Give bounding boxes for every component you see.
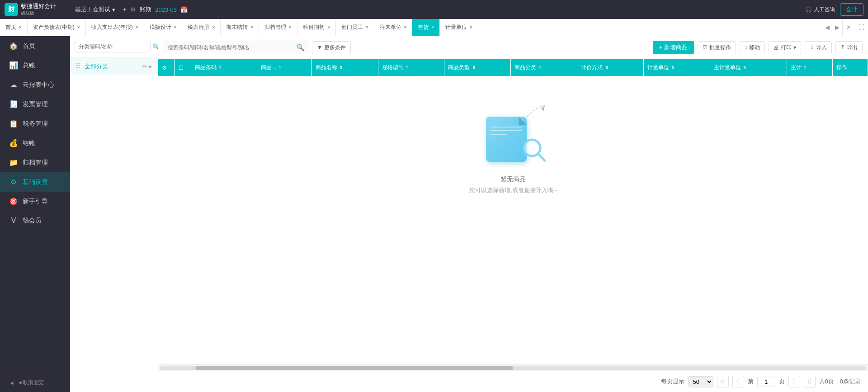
sidebar-label-首页: 首页	[23, 42, 35, 50]
last-page-btn[interactable]: ⟩⟩	[804, 376, 816, 387]
main-layout: 🏠 首页📊 总账☁ 云报表中心🧾 发票管理📋 税务管理💰 结账📁 归档管理⚙ 基…	[0, 36, 868, 392]
per-page-label: 每页显示	[661, 378, 684, 386]
first-page-btn[interactable]: ⟨⟨	[717, 376, 729, 387]
category-edit-icon[interactable]: ✏	[142, 63, 147, 70]
sidebar-icon-税务管理: 📋	[9, 119, 18, 128]
dropdown-icon: ▾	[112, 6, 115, 13]
tab-税表清册[interactable]: 税表清册×	[182, 19, 221, 36]
logo-area: 财 畅捷通好会计 旗舰版	[5, 3, 68, 16]
tab-资产负债表(中期)[interactable]: 资产负债表(中期)×	[28, 19, 86, 36]
tab-往来单位[interactable]: 往来单位×	[374, 19, 413, 36]
tab-close-icon[interactable]: ×	[19, 25, 22, 30]
tab-close-icon[interactable]: ×	[431, 25, 434, 30]
tab-科目期初[interactable]: 科目期初×	[297, 19, 336, 36]
tab-next-btn[interactable]: ▶	[832, 19, 842, 36]
import-icon: ⤓	[810, 44, 814, 51]
th-price-method[interactable]: 计价方式 ⇅	[577, 59, 644, 76]
top-header: 财 畅捷通好会计 旗舰版 基层工会测试 ▾ + ⚙ 账期 2023-03 📅 🎧…	[0, 0, 868, 19]
category-collapse-icon[interactable]: ▸	[149, 63, 152, 70]
account-button[interactable]: 会计	[840, 3, 863, 16]
tab-计量单位[interactable]: 计量单位×	[440, 19, 478, 36]
tab-close-icon[interactable]: ×	[366, 25, 368, 30]
sidebar-item-新手引导[interactable]: 🎯 新手引导	[0, 192, 70, 211]
sidebar-icon-发票管理: 🧾	[9, 100, 18, 109]
th-name[interactable]: 商品名称 ⇅	[311, 59, 378, 76]
product-search-input[interactable]	[168, 44, 295, 51]
sidebar-label-归档管理: 归档管理	[23, 159, 48, 167]
sidebar-item-发票管理[interactable]: 🧾 发票管理	[0, 94, 70, 114]
prev-page-btn[interactable]: ⟨	[732, 376, 744, 387]
category-search-input[interactable]	[75, 41, 151, 52]
tab-归档管理[interactable]: 归档管理×	[259, 19, 297, 36]
tab-close-icon[interactable]: ×	[212, 25, 215, 30]
sidebar-icon-首页: 🏠	[9, 42, 18, 50]
import-btn[interactable]: ⤓ 导入	[805, 41, 832, 54]
sidebar-item-畅会员[interactable]: V 畅会员	[0, 211, 70, 230]
sidebar-item-基础设置[interactable]: ⚙ 基础设置	[0, 172, 70, 192]
add-product-btn[interactable]: + 新增商品	[653, 41, 694, 54]
more-filter-btn[interactable]: ▼ 更多条件	[312, 41, 351, 54]
th-settings[interactable]: ⚙	[158, 59, 175, 76]
tab-close-icon[interactable]: ×	[136, 25, 138, 30]
sidebar-item-云报表中心[interactable]: ☁ 云报表中心	[0, 75, 70, 94]
sidebar-item-总账[interactable]: 📊 总账	[0, 56, 70, 75]
export-btn[interactable]: ⤒ 导出	[835, 41, 863, 54]
unpin-sidebar-btn[interactable]: ◄ ◄取消固定	[0, 373, 70, 392]
company-selector[interactable]: 基层工会测试 ▾	[71, 4, 119, 15]
period-value[interactable]: 2023-03	[155, 6, 177, 13]
horizontal-scrollbar[interactable]	[158, 364, 868, 371]
tab-close-icon[interactable]: ×	[470, 25, 472, 30]
tab-close-icon[interactable]: ×	[404, 25, 407, 30]
tab-首页[interactable]: 首页×	[0, 19, 28, 36]
sidebar-item-结账[interactable]: 💰 结账	[0, 133, 70, 153]
th-barcode[interactable]: 商品条码 ⇅	[191, 59, 257, 76]
next-page-btn[interactable]: ⟩	[788, 376, 800, 387]
table-wrapper: ⚙ ☐ 商品条码 ⇅ 商品... ⇅ 商品名称 ⇅ 规格型号 ⇅ 商品类型 ⇅ …	[158, 59, 868, 364]
batch-operation-btn[interactable]: ☑ 批量操作	[698, 41, 736, 54]
drag-handle-icon: ⠿	[75, 62, 81, 71]
tab-close-icon[interactable]: ×	[289, 25, 292, 30]
logo-icon: 财	[5, 3, 18, 16]
search-icon: 🔍	[297, 44, 304, 51]
headset-icon: 🎧	[805, 6, 812, 13]
th-code[interactable]: 商品... ⇅	[257, 59, 311, 76]
th-action: 操作	[833, 59, 868, 76]
tab-close-icon[interactable]: ×	[77, 25, 80, 30]
sidebar-item-归档管理[interactable]: 📁 归档管理	[0, 153, 70, 172]
tab-prev-btn[interactable]: ◀	[822, 19, 832, 36]
tab-bar: 首页×资产负债表(中期)×收入支出表(年报)×模版设计×税表清册×期末结转×归档…	[0, 19, 868, 36]
tab-收入支出表(年报)[interactable]: 收入支出表(年报)×	[86, 19, 144, 36]
tab-close-icon[interactable]: ×	[327, 25, 330, 30]
calendar-icon[interactable]: 📅	[180, 6, 188, 13]
tab-close-icon[interactable]: ×	[250, 25, 253, 30]
move-btn[interactable]: ↕ 移动	[740, 41, 765, 54]
th-main-unit[interactable]: 主计量单位 ⇅	[710, 59, 787, 76]
th-type[interactable]: 商品类型 ⇅	[444, 59, 511, 76]
all-category-item[interactable]: ⠿ 全部分类 ✏ ▸	[70, 57, 158, 75]
settings-icon[interactable]: ⚙	[130, 6, 136, 13]
add-tab-btn[interactable]: +	[123, 5, 127, 14]
print-btn[interactable]: 🖨 打印 ▾	[769, 41, 801, 54]
th-spec[interactable]: 规格型号 ⇅	[378, 59, 444, 76]
th-category[interactable]: 商品分类 ⇅	[511, 59, 577, 76]
company-name: 基层工会测试	[75, 5, 110, 14]
tab-close-all[interactable]: ✕	[842, 19, 855, 36]
header-actions: 🎧 人工咨询 会计	[805, 3, 863, 16]
tab-close-icon[interactable]: ×	[174, 25, 177, 30]
tab-expand[interactable]: ⛶	[855, 19, 868, 36]
page-input[interactable]	[757, 377, 775, 387]
sidebar-item-首页[interactable]: 🏠 首页	[0, 36, 70, 56]
product-table: ⚙ ☐ 商品条码 ⇅ 商品... ⇅ 商品名称 ⇅ 规格型号 ⇅ 商品类型 ⇅ …	[158, 59, 868, 222]
tab-期末结转[interactable]: 期末结转×	[221, 19, 259, 36]
left-search-area: 🔍	[70, 36, 158, 57]
sidebar-icon-畅会员: V	[9, 217, 18, 225]
human-service-btn[interactable]: 🎧 人工咨询	[805, 6, 835, 14]
tab-存货[interactable]: 存货×	[412, 19, 440, 36]
per-page-select[interactable]: 50 100 200	[688, 376, 713, 387]
tab-部门员工[interactable]: 部门员工×	[336, 19, 374, 36]
tab-模版设计[interactable]: 模版设计×	[144, 19, 183, 36]
th-unit[interactable]: 计量单位 ⇅	[644, 59, 710, 76]
th-main[interactable]: 主计 ⇅	[787, 59, 832, 76]
th-checkbox[interactable]: ☐	[175, 59, 191, 76]
sidebar-item-税务管理[interactable]: 📋 税务管理	[0, 114, 70, 133]
